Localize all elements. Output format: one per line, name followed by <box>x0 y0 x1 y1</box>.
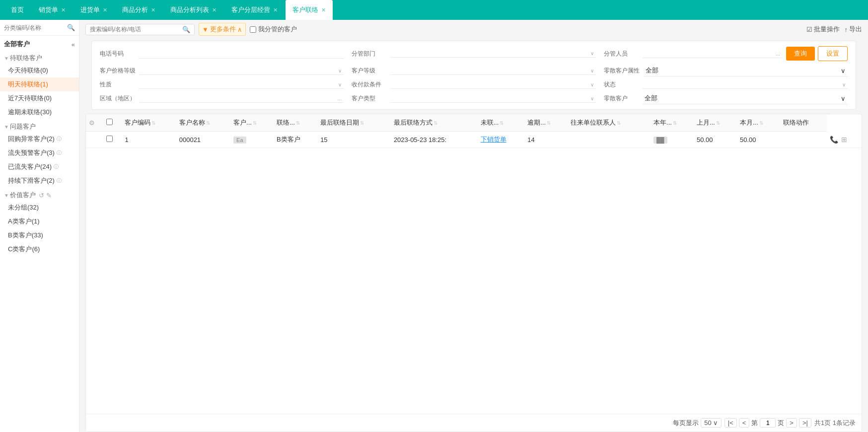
search-icon[interactable]: 🔍 <box>182 26 190 33</box>
page-input[interactable] <box>760 418 776 428</box>
sidebar-item-today[interactable]: 今天待联络(0) <box>0 64 79 77</box>
nav-product-list[interactable]: 商品分析列表 ✕ <box>163 0 223 20</box>
th-last-method[interactable]: 最后联络方式 ⇅ <box>391 114 478 132</box>
table-container[interactable]: ⚙ 客户编码 ⇅ <box>86 114 862 414</box>
filter-retail-customer: 零散客户 全部 ∨ <box>604 93 848 104</box>
th-last-month[interactable]: 上月... ⇅ <box>694 114 737 132</box>
nav-customer-contact-close[interactable]: ✕ <box>321 7 326 13</box>
search-input[interactable] <box>90 26 180 33</box>
th-type[interactable]: 客户... ⇅ <box>230 114 274 132</box>
filter-dept-select[interactable]: ∨ <box>390 50 595 58</box>
filter-manager-more[interactable]: ... <box>776 51 780 57</box>
sidebar-item-overdue[interactable]: 逾期未联络(30) <box>0 105 79 119</box>
nav-purchase[interactable]: 进货单 ✕ <box>73 0 114 20</box>
filter-region-more[interactable]: ... <box>337 95 342 101</box>
search-box: 🔍 <box>85 24 195 35</box>
first-page-button[interactable]: |< <box>724 418 737 428</box>
filter-manager: 分管人员 ... 查询 设置 <box>604 46 848 61</box>
col-settings-icon[interactable]: ⚙ <box>89 119 95 127</box>
sidebar-item-7days[interactable]: 近7天待联络(0) <box>0 91 79 105</box>
query-button[interactable]: 查询 <box>786 47 815 61</box>
nav-customer-layering-close[interactable]: ✕ <box>273 7 278 13</box>
th-settings[interactable]: ⚙ <box>86 114 103 132</box>
td-checkbox[interactable] <box>103 132 122 148</box>
action-phone-icon[interactable]: 📞 <box>830 136 838 144</box>
row-checkbox[interactable] <box>106 136 113 142</box>
next-page-button[interactable]: > <box>786 418 797 428</box>
export-button[interactable]: ↑ 导出 <box>845 25 863 34</box>
filter-region-select[interactable]: ... <box>140 94 344 103</box>
batch-op-button[interactable]: ☑ 批量操作 <box>806 25 840 34</box>
th-last-date[interactable]: 最后联络日期 ⇅ <box>317 114 391 132</box>
th-checkbox[interactable] <box>103 114 122 132</box>
sort-last-method-icon: ⇅ <box>434 120 437 126</box>
th-contact-count[interactable]: 联络... ⇅ <box>274 114 317 132</box>
nav-home[interactable]: 首页 <box>4 0 31 20</box>
value-refresh-icon[interactable]: ↺ <box>39 192 44 199</box>
filter-status-select[interactable]: ∨ <box>643 81 848 89</box>
filter-retail-attr-select[interactable]: 全部 ∨ <box>644 65 848 76</box>
filter-gender-arrow: ∨ <box>338 82 342 87</box>
select-all-checkbox[interactable] <box>106 119 113 125</box>
sidebar-item-churned[interactable]: 已流失客户(24) ⓘ <box>0 160 79 174</box>
filter-manager-select[interactable]: ... <box>643 50 782 58</box>
filter-panel: 电话号码 分管部门 ∨ 分管人员 ... <box>91 41 856 110</box>
sidebar-group-value: ▼ 价值客户 ↺ ✎ <box>0 188 79 201</box>
my-customer-checkbox-area[interactable]: 我分管的客户 <box>250 25 297 34</box>
filter-payment-arrow: ∨ <box>590 82 594 87</box>
sidebar-item-churn-warning[interactable]: 流失预警客户(3) ⓘ <box>0 146 79 160</box>
page-size-select[interactable]: 50 ∨ <box>701 418 721 428</box>
filter-phone-input[interactable] <box>139 49 344 59</box>
sidebar-item-class-b[interactable]: B类客户(33) <box>0 228 79 242</box>
nav-purchase-close[interactable]: ✕ <box>103 7 107 13</box>
filter-status: 状态 ∨ <box>604 80 848 89</box>
sidebar-item-ungrouped[interactable]: 未分组(32) <box>0 201 79 215</box>
filter-customer-level: 客户等级 ∨ <box>352 65 595 76</box>
td-last-method[interactable]: 下销货单 <box>478 132 525 148</box>
filter-gender-select[interactable]: ∨ <box>139 81 344 89</box>
my-customer-checkbox[interactable] <box>250 26 256 33</box>
my-customer-label: 我分管的客户 <box>258 25 297 34</box>
th-name[interactable]: 客户名称 ⇅ <box>176 114 230 132</box>
data-table-wrap: ⚙ 客户编码 ⇅ <box>85 114 862 432</box>
set-button[interactable]: 设置 <box>818 46 848 61</box>
sidebar-item-tomorrow[interactable]: 明天待联络(1) <box>0 77 79 91</box>
sidebar-item-declining[interactable]: 持续下滑客户(2) ⓘ <box>0 174 79 188</box>
action-grid-icon[interactable]: ⊞ <box>841 136 847 144</box>
sidebar-all-customers-header[interactable]: 全部客户 « <box>0 36 79 51</box>
filter-customer-level-select[interactable]: ∨ <box>390 67 595 75</box>
filter-retail-customer-select[interactable]: 全部 ∨ <box>643 93 848 104</box>
th-contact-person[interactable]: 往来单位联系人 ⇅ <box>568 114 651 132</box>
nav-sales[interactable]: 销货单 ✕ <box>32 0 72 20</box>
filter-price-level-select[interactable]: ∨ <box>140 67 344 75</box>
th-this-month[interactable]: 本月... ⇅ <box>737 114 780 132</box>
nav-product-list-close[interactable]: ✕ <box>212 7 217 13</box>
th-overdue[interactable]: 逾期... ⇅ <box>524 114 568 132</box>
nav-product-analysis[interactable]: 商品分析 ✕ <box>115 0 162 20</box>
td-this-month <box>780 132 827 148</box>
sidebar-collapse-icon[interactable]: « <box>72 41 75 48</box>
th-uncontact[interactable]: 未联... ⇅ <box>478 114 525 132</box>
nav-product-close[interactable]: ✕ <box>151 7 155 13</box>
sidebar-item-class-c[interactable]: C类客户(6) <box>0 242 79 256</box>
td-last-month: 50.00 <box>737 132 780 148</box>
page-label: 第 <box>751 419 758 428</box>
sidebar-item-abnormal-repurchase[interactable]: 回购异常客户(2) ⓘ <box>0 132 79 146</box>
nav-customer-contact[interactable]: 客户联络 ✕ <box>286 0 333 20</box>
sidebar-search-icon[interactable]: 🔍 <box>67 24 75 31</box>
sidebar-item-class-a[interactable]: A类客户(1) <box>0 215 79 228</box>
more-filter-button[interactable]: ▼ 更多条件 ∧ <box>199 23 246 36</box>
sidebar-search-input[interactable] <box>4 24 65 31</box>
filter-dept-label: 分管部门 <box>352 50 386 58</box>
filter-customer-type-select[interactable]: ∨ <box>390 95 595 103</box>
prev-page-button[interactable]: < <box>739 418 750 428</box>
export-label: 导出 <box>849 25 862 34</box>
nav-sales-close[interactable]: ✕ <box>61 7 66 13</box>
filter-customer-type: 客户类型 ∨ <box>352 93 595 104</box>
last-page-button[interactable]: >| <box>799 418 811 428</box>
filter-payment-select[interactable]: ∨ <box>390 81 595 89</box>
value-edit-icon[interactable]: ✎ <box>46 192 52 199</box>
th-this-year[interactable]: 本年... ⇅ <box>651 114 694 132</box>
nav-customer-layering[interactable]: 客户分层经营 ✕ <box>224 0 285 20</box>
th-code[interactable]: 客户编码 ⇅ <box>122 114 176 132</box>
